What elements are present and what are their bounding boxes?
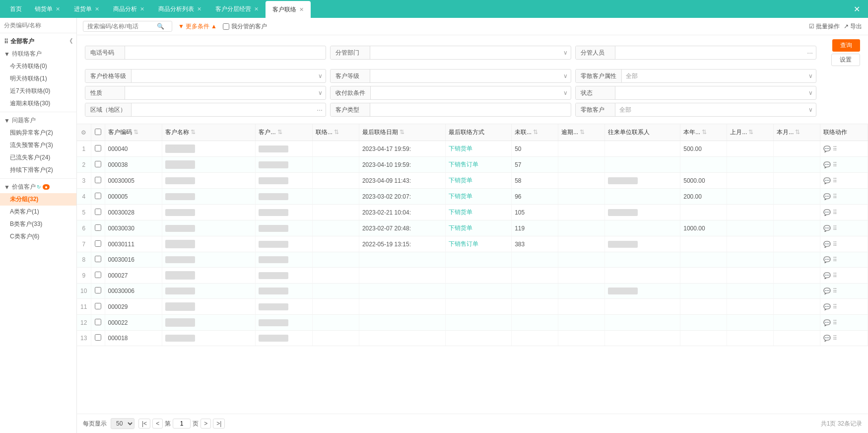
sort-icon[interactable]: ⇅ (277, 129, 282, 136)
row-checkbox[interactable] (95, 287, 101, 293)
last-contact-method[interactable] (445, 331, 511, 346)
customer-level-input[interactable] (370, 72, 560, 79)
sidebar-search-input[interactable] (4, 22, 77, 29)
message-icon[interactable]: 💬 (823, 193, 831, 200)
close-all-tabs[interactable]: ✕ (850, 4, 864, 14)
first-page-btn[interactable]: |< (138, 419, 150, 429)
department-input[interactable] (370, 49, 560, 56)
sidebar-item-overdue-pending[interactable]: 逾期未联络(30) (0, 97, 76, 110)
settings-col-header[interactable]: ⚙ (77, 124, 91, 141)
customer-type-input[interactable] (370, 106, 571, 113)
row-checkbox-cell[interactable] (91, 205, 105, 220)
last-contact-method[interactable]: 下销货单 (445, 141, 511, 157)
chevron-down-icon[interactable]: ∨ (805, 72, 816, 79)
sidebar-item-a-class[interactable]: A类客户(1) (0, 206, 76, 218)
message-icon[interactable]: 💬 (823, 335, 831, 342)
more-conditions-btn[interactable]: ▼ 更多条件 ▲ (178, 22, 217, 31)
sidebar-item-churned[interactable]: 已流失客户(24) (0, 151, 76, 164)
menu-icon[interactable]: ⠿ (833, 288, 837, 294)
contact-method-link[interactable]: 下销货单 (449, 224, 472, 231)
sidebar-item-today-pending[interactable]: 今天待联络(0) (0, 60, 76, 72)
close-icon[interactable]: ✕ (56, 6, 60, 12)
row-checkbox[interactable] (95, 224, 101, 231)
main-search-input[interactable] (87, 23, 157, 30)
tab-purchase[interactable]: 进货单 ✕ (67, 0, 106, 18)
contact-method-link[interactable]: 下销货单 (449, 193, 472, 200)
next-page-btn[interactable]: > (200, 419, 211, 429)
sort-icon[interactable]: ⇅ (580, 129, 585, 136)
menu-icon[interactable]: ⠿ (833, 256, 837, 263)
chevron-down-icon[interactable]: ∨ (315, 72, 326, 79)
sort-icon[interactable]: ⇅ (702, 129, 707, 136)
sidebar-item-b-class[interactable]: B类客户(33) (0, 218, 76, 230)
last-page-btn[interactable]: >| (213, 419, 225, 429)
row-checkbox[interactable] (95, 272, 101, 278)
sidebar-item-7day-pending[interactable]: 近7天待联络(0) (0, 85, 76, 97)
sort-icon[interactable]: ⇅ (334, 129, 339, 136)
last-contact-method[interactable]: 下销售订单 (445, 157, 511, 173)
reset-button[interactable]: 设置 (831, 54, 860, 66)
message-icon[interactable]: 💬 (823, 161, 831, 168)
row-checkbox[interactable] (95, 209, 101, 215)
all-customers-header[interactable]: ⠿ 全部客户 《 (0, 33, 76, 48)
chevron-down-icon[interactable]: ∨ (560, 89, 571, 96)
tab-home[interactable]: 首页 (4, 0, 28, 18)
row-checkbox[interactable] (95, 177, 101, 183)
row-checkbox-cell[interactable] (91, 220, 105, 236)
row-checkbox-cell[interactable] (91, 331, 105, 346)
menu-icon[interactable]: ⠿ (833, 161, 837, 168)
message-icon[interactable]: 💬 (823, 241, 831, 248)
tab-product-analysis-list[interactable]: 商品分析列表 ✕ (151, 0, 208, 18)
select-all-checkbox[interactable] (95, 129, 101, 135)
row-checkbox[interactable] (95, 240, 101, 247)
row-checkbox-cell[interactable] (91, 299, 105, 315)
tab-sales[interactable]: 销货单 ✕ (28, 0, 67, 18)
last-contact-method[interactable] (445, 284, 511, 299)
checkbox-col-header[interactable] (91, 124, 105, 141)
price-level-input[interactable] (132, 72, 315, 79)
row-checkbox-cell[interactable] (91, 157, 105, 173)
prev-page-btn[interactable]: < (152, 419, 163, 429)
payment-input[interactable] (371, 89, 560, 96)
problem-customers-group[interactable]: ▼ 问题客户 (0, 114, 76, 127)
sidebar-item-abnormal[interactable]: 囤购异常客户(2) (0, 127, 76, 139)
last-contact-method[interactable] (445, 315, 511, 331)
last-contact-method[interactable] (445, 268, 511, 284)
query-button[interactable]: 查询 (832, 39, 860, 52)
tab-product-analysis[interactable]: 商品分析 ✕ (106, 0, 151, 18)
menu-icon[interactable]: ⠿ (833, 241, 837, 248)
row-checkbox-cell[interactable] (91, 268, 105, 284)
sidebar-item-declining[interactable]: 持续下滑客户(2) (0, 164, 76, 176)
row-checkbox-cell[interactable] (91, 189, 105, 205)
row-checkbox[interactable] (95, 145, 101, 151)
contact-method-link[interactable]: 下销货单 (449, 145, 472, 152)
row-checkbox[interactable] (95, 256, 101, 262)
export-btn[interactable]: ↗ 导出 (844, 22, 862, 31)
more-icon[interactable]: ··· (314, 106, 326, 114)
chevron-down-icon[interactable]: ∨ (560, 72, 571, 79)
phone-input[interactable] (125, 49, 326, 56)
last-contact-method[interactable] (445, 299, 511, 315)
search-icon[interactable]: 🔍 (157, 23, 164, 30)
menu-icon[interactable]: ⠿ (833, 303, 837, 310)
row-checkbox-cell[interactable] (91, 236, 105, 252)
nature-input[interactable] (125, 89, 315, 96)
last-contact-method[interactable]: 下销货单 (445, 173, 511, 189)
contact-method-link[interactable]: 下销售订单 (449, 240, 478, 247)
chevron-down-icon[interactable]: ∨ (315, 89, 326, 96)
contact-method-link[interactable]: 下销货单 (449, 177, 472, 184)
close-icon[interactable]: ✕ (299, 6, 304, 13)
message-icon[interactable]: 💬 (823, 288, 831, 294)
message-icon[interactable]: 💬 (823, 319, 831, 326)
row-checkbox-cell[interactable] (91, 315, 105, 331)
row-checkbox-cell[interactable] (91, 173, 105, 189)
menu-icon[interactable]: ⠿ (833, 209, 837, 216)
menu-icon[interactable]: ⠿ (833, 145, 837, 152)
menu-icon[interactable]: ⠿ (833, 272, 837, 279)
chevron-down-icon[interactable]: ∨ (560, 49, 571, 56)
manager-input[interactable] (615, 49, 804, 56)
status-input[interactable] (615, 89, 805, 96)
my-customers-check[interactable] (223, 23, 229, 30)
collapse-icon[interactable]: 《 (67, 37, 72, 46)
sort-icon[interactable]: ⇅ (533, 129, 538, 136)
